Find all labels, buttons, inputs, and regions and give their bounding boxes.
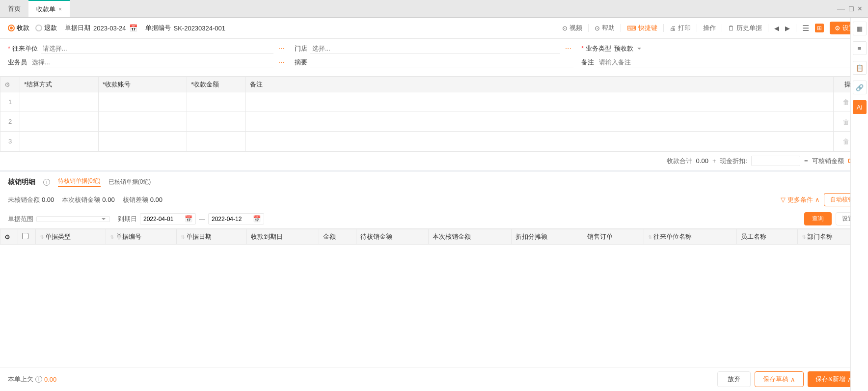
table-header-row: ⚙ *结算方式 *收款账号 *收款金额 备注 操作 [0,77,868,92]
more-conditions-btn[interactable]: ▽ 更多条件 ∧ [781,196,820,204]
header-shoukuan-account: *收款账号 [99,77,187,92]
current-label: 本次核销金额 [62,196,100,204]
row2-jiesuan[interactable] [20,112,99,132]
summary-input[interactable] [310,57,573,67]
row1-jiesuan[interactable] [20,92,99,112]
settings-icon: ⚙ [835,25,841,32]
tab-bar: 首页 收款单 × — □ × [0,0,868,18]
store-input[interactable] [310,44,560,54]
current-value: 0.00 [102,196,114,203]
row1-delete-icon[interactable]: 🗑 [842,98,849,106]
row1-remark[interactable] [246,92,834,112]
date-to-text[interactable] [212,216,251,223]
row3-remark[interactable] [246,132,834,151]
divider2 [621,24,621,32]
maximize-icon[interactable]: □ [849,4,854,13]
diff-value: 0.00 [150,196,163,203]
sort-icon-partner[interactable]: ⇅ [648,234,652,240]
shortcut-icon: ⌨ [627,25,636,32]
tab-shoukuan[interactable]: 收款单 × [28,0,70,17]
nav-right-icon[interactable]: ▶ [785,25,790,32]
store-field: 门店 ··· [287,44,581,54]
row3-jiesuan[interactable] [20,132,99,151]
sort-icon-type[interactable]: ⇅ [40,234,44,240]
sidebar-table-icon[interactable]: ▦ [853,22,867,35]
done-tab[interactable]: 已核销单据(0笔) [108,178,151,186]
print-icon: 🖨 [670,25,676,32]
hexiao-info-icon[interactable]: i [43,179,50,186]
row2-delete-icon[interactable]: 🗑 [842,118,849,126]
right-sidebar: ▦ ≡ 📋 🔗 Ai [850,18,868,391]
sort-icon-date[interactable]: ⇅ [181,234,185,240]
date-from-text[interactable] [143,216,183,223]
row3-amount[interactable] [187,132,246,151]
table-row: 3 🗑 ⊞ [0,132,868,151]
list-view-icon[interactable]: ☰ [802,24,809,33]
sort-icon-dept[interactable]: ⇅ [802,234,806,240]
abandon-button[interactable]: 放弃 [717,371,751,387]
gear-icon[interactable]: ⚙ [4,81,10,88]
discount-input[interactable] [751,156,800,166]
query-button[interactable]: 查询 [804,212,832,225]
select-all-checkbox[interactable] [22,233,28,239]
header-gear[interactable]: ⚙ [0,77,20,92]
sort-icon-number[interactable]: ⇅ [110,234,114,240]
sidebar-ai-icon[interactable]: Ai [853,100,867,114]
row2-account[interactable] [99,112,187,132]
nav-left-icon[interactable]: ◀ [774,25,779,32]
bottom-amount: 本单上欠 i 0.00 [8,375,56,384]
partner-more-icon[interactable]: ··· [276,44,287,53]
sidebar-list-icon[interactable]: ≡ [853,41,867,55]
row3-delete-icon[interactable]: 🗑 [842,138,849,145]
row3-account[interactable] [99,132,187,151]
tab-home[interactable]: 首页 [0,0,28,17]
detail-header-gear[interactable]: ⚙ [0,229,18,245]
radio-tuikuan[interactable]: 退款 [35,24,57,32]
date-from-input[interactable]: 📅 [140,213,196,224]
radio-shoukuan[interactable]: 收款 [8,24,29,32]
sidebar-clip-icon[interactable]: 📋 [853,61,867,75]
print-btn[interactable]: 🖨 打印 [670,24,691,32]
divider5 [722,24,722,32]
bottom-info-icon[interactable]: i [35,376,42,383]
row2-amount[interactable] [187,112,246,132]
discount-label: 现金折扣: [720,157,747,166]
window-close-icon[interactable]: × [858,4,862,13]
row1-account[interactable] [99,92,187,112]
partner-input[interactable] [41,44,273,54]
hexiao-title: 核销明细 [8,178,35,187]
calendar-from-icon[interactable]: 📅 [185,215,192,223]
detail-table-area: ⚙ ⇅ 单据类型 ⇅ 单据编号 ⇅ [0,229,868,367]
save-draft-button[interactable]: 保存草稿 ∧ [755,371,804,387]
remark-input[interactable] [597,57,860,67]
pending-tab[interactable]: 待核销单据(0笔) [58,177,101,187]
row1-amount[interactable] [187,92,246,112]
save-draft-chevron-icon[interactable]: ∧ [790,376,795,383]
minimize-icon[interactable]: — [837,4,845,13]
sidebar-link-icon[interactable]: 🔗 [853,81,867,94]
business-type-value: 预收款 [614,44,633,53]
detail-header-checkbox[interactable] [18,229,36,245]
tab-close-icon[interactable]: × [58,6,62,13]
calendar-icon[interactable]: 📅 [129,24,137,32]
print-label: 打印 [678,24,691,32]
shortcut-btn[interactable]: ⌨ 快捷键 [627,24,657,32]
business-type-dropdown-icon[interactable] [637,48,641,50]
store-more-icon[interactable]: ··· [563,44,573,53]
salesman-input[interactable] [30,57,273,67]
range-chevron-icon [102,218,106,220]
operation-btn[interactable]: 操作 [703,24,716,32]
range-select[interactable] [36,216,110,222]
grid-view-icon[interactable]: ⊞ [815,24,824,32]
salesman-more-icon[interactable]: ··· [276,58,287,67]
history-btn[interactable]: 🗒 历史单据 [728,24,762,32]
help-btn[interactable]: ⊙ 帮助 [595,24,615,32]
date-to-input[interactable]: 📅 [208,213,264,224]
calendar-to-icon[interactable]: 📅 [253,215,261,223]
hexiao-stats: 未核销金额 0.00 本次核销金额 0.00 核销差额 0.00 ▽ 更多条件 … [0,190,868,209]
video-btn[interactable]: ⊙ 视频 [562,24,582,32]
plus-sign: + [712,157,716,165]
detail-header-pending: 待核销金额 [356,229,428,245]
detail-gear-icon[interactable]: ⚙ [4,233,10,241]
row2-remark[interactable] [246,112,834,132]
